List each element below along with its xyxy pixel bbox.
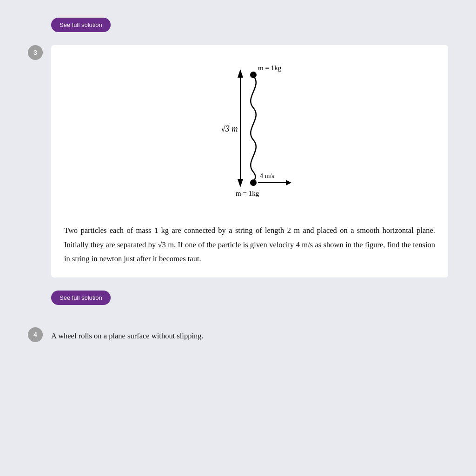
question-4-text: A wheel rolls on a plane surface without… (51, 327, 204, 344)
question-3-content: √3 m m = 1kg 4 m/s m = (51, 45, 448, 278)
diagram-area: √3 m m = 1kg 4 m/s m = (64, 56, 435, 214)
question-4-badge: 4 (28, 327, 43, 342)
svg-marker-2 (238, 179, 243, 187)
svg-text:m = 1kg: m = 1kg (258, 64, 282, 72)
see-full-solution-top-button[interactable]: See full solution (51, 18, 111, 32)
svg-marker-1 (238, 69, 243, 78)
svg-text:4 m/s: 4 m/s (260, 172, 274, 179)
question-3-block: 3 √3 m (28, 45, 448, 278)
diagram-svg: √3 m m = 1kg 4 m/s m = (180, 56, 319, 214)
see-full-solution-bottom-button[interactable]: See full solution (51, 291, 111, 305)
question-3-badge: 3 (28, 45, 43, 60)
bottom-btn-row: See full solution (28, 291, 448, 313)
svg-text:√3 m: √3 m (221, 124, 238, 133)
question-4-block: 4 A wheel rolls on a plane surface witho… (28, 327, 448, 344)
svg-text:m = 1kg: m = 1kg (236, 190, 259, 197)
top-mass-dot (250, 72, 257, 78)
page-wrapper: See full solution 3 √3 m (0, 0, 476, 352)
svg-marker-6 (286, 180, 291, 185)
question-3-text: Two particles each of mass 1 kg are conn… (64, 224, 435, 266)
bottom-mass-dot (250, 179, 257, 186)
